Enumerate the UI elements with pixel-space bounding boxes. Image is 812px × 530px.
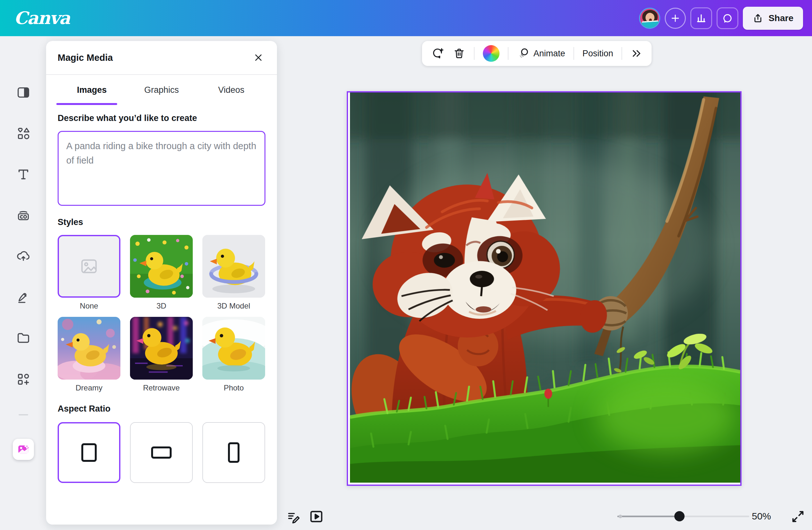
comment-plus-icon [431, 47, 445, 60]
styles-grid: None 3D [46, 227, 277, 392]
close-icon [253, 52, 264, 63]
sidebar-item-elements[interactable] [14, 124, 32, 143]
portrait-ratio-icon [228, 442, 240, 463]
aspect-option-square[interactable] [58, 422, 120, 483]
tab-videos[interactable]: Videos [196, 85, 266, 95]
style-label: 3D Model [202, 301, 265, 310]
zoom-slider-fill [617, 516, 679, 517]
position-label: Position [582, 49, 613, 58]
elements-icon [16, 126, 31, 141]
trash-icon [453, 47, 466, 60]
style-thumb-retrowave[interactable] [130, 317, 193, 380]
sidebar-item-design[interactable] [14, 84, 32, 101]
expand-arrows-icon [791, 509, 805, 524]
style-thumb-3d-model[interactable] [202, 235, 265, 298]
landscape-ratio-icon [151, 446, 172, 459]
add-comment-button[interactable] [431, 47, 445, 60]
brand-icon [16, 208, 31, 223]
aspect-ratio-grid [46, 414, 277, 483]
share-button[interactable]: Share [743, 7, 803, 30]
plus-icon [670, 13, 681, 24]
upload-share-icon [752, 13, 763, 24]
topbar-actions: Share [639, 0, 803, 36]
canva-logo[interactable]: Canva [14, 8, 70, 28]
sidebar-item-draw[interactable] [14, 288, 32, 306]
fullscreen-button[interactable] [789, 508, 806, 525]
animate-button[interactable]: Animate [517, 47, 565, 60]
style-thumb-photo[interactable] [202, 317, 265, 380]
more-options-button[interactable] [630, 47, 643, 60]
prompt-input[interactable] [58, 131, 265, 206]
zoom-slider-thumb[interactable] [674, 511, 684, 521]
cloud-upload-icon [16, 248, 31, 263]
styles-heading: Styles [58, 217, 265, 227]
panel-tabs: Images Graphics Videos [46, 75, 277, 105]
toolbar-divider [474, 47, 475, 60]
aspect-option-landscape[interactable] [130, 422, 193, 483]
style-option-retrowave[interactable]: Retrowave [130, 317, 193, 392]
toolbar-divider [574, 47, 574, 60]
bar-chart-icon [695, 13, 707, 24]
position-button[interactable]: Position [582, 49, 613, 59]
tab-images[interactable]: Images [57, 85, 127, 95]
chat-bubble-icon [722, 13, 733, 24]
zoom-level[interactable]: 50% [752, 511, 781, 522]
aspect-option-portrait[interactable] [202, 422, 265, 483]
notes-pencil-icon [286, 510, 301, 525]
style-option-none[interactable]: None [58, 235, 120, 310]
notes-button[interactable] [286, 510, 301, 525]
style-option-3d-model[interactable]: 3D Model [202, 235, 265, 310]
aspect-ratio-heading: Aspect Ratio [58, 404, 265, 414]
style-thumb-dreamy[interactable] [58, 317, 120, 380]
zoom-slider[interactable] [617, 511, 749, 522]
color-picker-button[interactable] [483, 45, 499, 62]
sidebar-item-uploads[interactable] [14, 247, 32, 265]
style-option-photo[interactable]: Photo [202, 317, 265, 392]
add-member-button[interactable] [665, 8, 686, 29]
active-tab-underline [56, 103, 117, 105]
zoom-slider-origin-dot [619, 515, 622, 518]
animate-icon [517, 47, 530, 60]
insights-button[interactable] [690, 8, 712, 29]
panel-header: Magic Media [46, 41, 277, 75]
selection-toolbar: Animate Position [422, 41, 652, 66]
panel-title: Magic Media [58, 53, 113, 63]
present-button[interactable] [308, 508, 325, 525]
sidebar-item-projects[interactable] [14, 329, 32, 347]
presentation-play-icon [308, 509, 324, 525]
user-avatar[interactable] [639, 8, 660, 29]
double-chevron-right-icon [630, 47, 643, 60]
top-bar: Canva Share [0, 0, 812, 36]
generated-image-red-panda [350, 92, 740, 483]
style-label: Dreamy [58, 383, 120, 392]
sidebar-item-text[interactable] [14, 165, 32, 183]
describe-label: Describe what you’d like to create [58, 113, 265, 123]
style-thumb-none[interactable] [58, 235, 120, 298]
text-icon [16, 167, 31, 182]
folder-icon [16, 330, 31, 345]
style-option-3d[interactable]: 3D [130, 235, 193, 310]
style-label: Photo [202, 383, 265, 392]
magic-media-icon [17, 443, 30, 456]
toolbar-divider [508, 47, 508, 60]
design-icon [16, 85, 31, 100]
apps-grid-icon [16, 372, 31, 387]
style-label: Retrowave [130, 383, 193, 392]
comments-button[interactable] [716, 8, 738, 29]
canvas-page-selected-image[interactable] [347, 91, 742, 486]
tab-graphics[interactable]: Graphics [127, 85, 197, 95]
style-thumb-3d[interactable] [130, 235, 193, 298]
sidebar-item-apps[interactable] [14, 370, 32, 388]
sidebar-item-magic-media-active[interactable] [13, 439, 34, 460]
app-sidebar [0, 36, 46, 530]
close-panel-button[interactable] [251, 50, 265, 65]
style-option-dreamy[interactable]: Dreamy [58, 317, 120, 392]
style-label: 3D [130, 301, 193, 310]
style-label: None [58, 301, 120, 310]
square-ratio-icon [81, 443, 97, 462]
pen-draw-icon [16, 290, 31, 304]
sidebar-item-brand[interactable] [14, 206, 32, 224]
animate-label: Animate [534, 49, 565, 59]
delete-button[interactable] [453, 47, 466, 60]
toolbar-divider [622, 47, 622, 60]
